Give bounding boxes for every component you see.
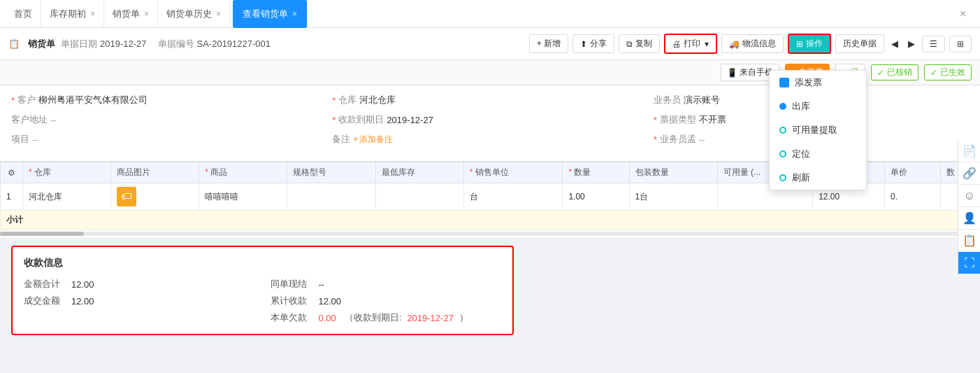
share-icon: ⬆ — [580, 39, 587, 49]
copy-icon: ⧉ — [626, 39, 633, 49]
share-button[interactable]: ⬆ 分享 — [572, 34, 614, 53]
td-product: 嘻嘻嘻嘻 — [199, 183, 287, 211]
dropdown-arrow-icon: ▾ — [705, 39, 709, 49]
transaction-row: 成交金额 12.00 — [24, 295, 254, 307]
location-icon — [779, 150, 786, 157]
add-note-button[interactable]: 添加备注 — [353, 134, 393, 146]
bottom-panel: 收款信息 金额合计 12.00 同单现结 -- 成交金额 12.00 累计收款 … — [0, 237, 980, 344]
subtotal-cell: 小计 — [1, 211, 980, 230]
add-invoice-icon — [779, 78, 789, 87]
operations-dropdown: 添发票 出库 可用量提取 定位 刷新 — [769, 70, 867, 190]
customer-field: * 客户 柳州粤港平安气体有限公司 — [11, 94, 326, 106]
td-min-stock — [375, 183, 463, 211]
tab-close-history[interactable]: × — [216, 9, 221, 19]
dropdown-available-qty[interactable]: 可用量提取 — [770, 118, 866, 142]
sidebar-icon-3[interactable]: ☺ — [958, 185, 980, 207]
status-effective-badge: ✓ 已生效 — [924, 64, 972, 80]
print-button[interactable]: 🖨 打印 ▾ — [664, 34, 717, 54]
tab-close-inventory[interactable]: × — [90, 9, 95, 19]
address-field: 客户地址 -- — [11, 113, 326, 126]
right-sidebar: 📄 🔗 ☺ 👤 📋 ⛶ — [958, 140, 980, 274]
logistics-button[interactable]: 🚚 物流信息 — [721, 34, 784, 53]
th-warehouse: * 仓库 — [23, 162, 111, 183]
doc-title: 销货单 — [28, 38, 55, 50]
outbound-icon — [779, 103, 786, 110]
available-qty-icon — [779, 127, 786, 134]
payment-info-box: 收款信息 金额合计 12.00 同单现结 -- 成交金额 12.00 累计收款 … — [11, 246, 514, 335]
horizontal-scrollbar[interactable] — [0, 232, 980, 236]
owed-row: 本单欠款 0.00 （收款到期日: 2019-12-27 ） — [271, 311, 500, 324]
td-qty: 1.00 — [563, 183, 629, 211]
th-price: 单价 — [885, 162, 941, 183]
td-pkg: 1台 — [629, 183, 717, 211]
doc-number-field: 单据编号 SA-20191227-001 — [158, 38, 271, 50]
same-order-row: 同单现结 -- — [271, 278, 500, 290]
dropdown-outbound[interactable]: 出库 — [770, 94, 866, 118]
refresh-icon — [779, 174, 786, 181]
amount-total-row: 金额合计 12.00 — [24, 278, 254, 290]
scroll-thumb[interactable] — [0, 232, 84, 236]
th-qty: * 数量 — [563, 162, 629, 183]
doc-number-value: SA-20191227-001 — [197, 38, 271, 49]
td-image: 🏷 — [111, 183, 199, 211]
new-button[interactable]: + 新增 — [529, 34, 568, 53]
truck-icon: 🚚 — [729, 39, 740, 49]
th-pkg: 包装数量 — [629, 162, 717, 183]
sidebar-icon-5[interactable]: 📋 — [958, 230, 980, 252]
th-product: * 商品 — [199, 162, 287, 183]
td-warehouse: 河北仓库 — [23, 183, 111, 211]
tab-inventory-init[interactable]: 库存期初 × — [41, 0, 104, 28]
sidebar-icon-2[interactable]: 🔗 — [958, 162, 980, 185]
due-date-field: * 收款到期日 2019-12-27 — [332, 113, 647, 126]
doc-date-value: 2019-12-27 — [100, 38, 147, 49]
view-list-button[interactable]: ☰ — [922, 36, 945, 52]
window-close-button[interactable]: × — [951, 8, 974, 20]
dropdown-refresh[interactable]: 刷新 — [770, 166, 866, 190]
warehouse-field: * 仓库 河北仓库 — [332, 94, 647, 106]
prev-icon[interactable]: ◀ — [888, 37, 901, 50]
mobile-icon: 📱 — [727, 68, 737, 78]
dropdown-location[interactable]: 定位 — [770, 142, 866, 166]
sidebar-expand-icon[interactable]: ⛶ — [958, 252, 980, 274]
grid-icon: ⊞ — [796, 39, 803, 49]
th-image: 商品图片 — [111, 162, 199, 183]
view-grid-button[interactable]: ⊞ — [949, 36, 972, 52]
doc-icon: 📋 — [8, 38, 20, 49]
subtotal-row: 小计 — [1, 211, 980, 230]
main-toolbar: 📋 销货单 单据日期 2019-12-27 单据编号 SA-20191227-0… — [0, 28, 980, 60]
cumulative-row: 累计收款 12.00 — [271, 295, 500, 307]
td-spec — [287, 183, 375, 211]
note-field: 备注 添加备注 — [332, 133, 647, 146]
payment-info-grid: 金额合计 12.00 同单现结 -- 成交金额 12.00 累计收款 12.00… — [24, 278, 501, 324]
copy-button[interactable]: ⧉ 复制 — [619, 34, 660, 53]
operations-button[interactable]: ⊞ 操作 — [788, 34, 831, 54]
history-button[interactable]: 历史单据 — [835, 34, 884, 53]
th-min-stock: 最低库存 — [375, 162, 463, 183]
th-unit: * 销售单位 — [463, 162, 563, 183]
project-field: 项目 -- — [11, 133, 326, 146]
td-unit: 台 — [463, 183, 563, 211]
next-icon[interactable]: ▶ — [905, 37, 918, 50]
status-canceled-badge: ✓ 已核销 — [871, 64, 918, 80]
doc-meta: 单据日期 2019-12-27 单据编号 SA-20191227-001 — [61, 38, 524, 50]
sidebar-icon-4[interactable]: 👤 — [958, 207, 980, 230]
payment-info-title: 收款信息 — [24, 257, 501, 269]
sidebar-icon-1[interactable]: 📄 — [958, 140, 980, 162]
tab-sales-history[interactable]: 销货单历史 × — [158, 0, 230, 28]
toolbar-actions: + 新增 ⬆ 分享 ⧉ 复制 🖨 打印 ▾ 🚚 物流信息 ⊞ 操作 — [529, 34, 972, 54]
doc-date-field: 单据日期 2019-12-27 — [61, 38, 147, 50]
tab-sales-order[interactable]: 销货单 × — [104, 0, 158, 28]
dropdown-add-invoice[interactable]: 添发票 — [770, 71, 866, 94]
tab-close-sales[interactable]: × — [144, 9, 149, 19]
tab-view-sales-order[interactable]: 查看销货单 × — [233, 0, 308, 28]
check-circle-icon2: ✓ — [930, 68, 937, 78]
th-settings[interactable]: ⚙ — [1, 162, 23, 183]
td-price: 0. — [885, 183, 941, 211]
tab-close-view[interactable]: × — [292, 9, 297, 19]
tab-home[interactable]: 首页 — [6, 0, 41, 28]
check-circle-icon: ✓ — [877, 68, 884, 78]
print-icon: 🖨 — [672, 39, 681, 49]
tab-bar: 首页 库存期初 × 销货单 × 销货单历史 × 查看销货单 × × — [0, 0, 980, 28]
td-index: 1 — [1, 183, 23, 211]
th-spec: 规格型号 — [287, 162, 375, 183]
